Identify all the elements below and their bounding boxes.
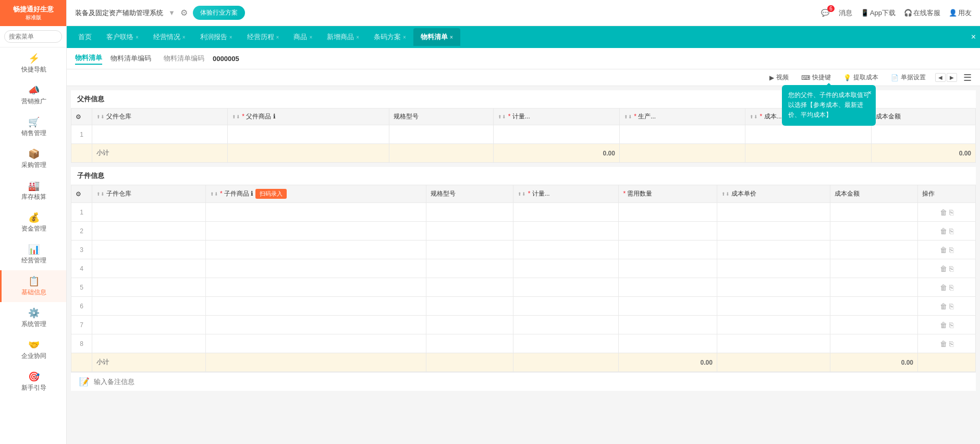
child-cell-cost-amount[interactable] <box>830 203 918 222</box>
child-cell-product[interactable] <box>205 334 426 353</box>
single-setting-btn[interactable]: 📄 单据设置 <box>888 71 929 83</box>
copy-icon[interactable]: ⎘ <box>949 227 953 235</box>
tab-close-1[interactable]: × <box>136 34 139 40</box>
tab-close-6[interactable]: × <box>356 34 359 40</box>
nav-tab-5[interactable]: 商品× <box>286 28 320 46</box>
parent-cell-cost-amount[interactable] <box>871 125 975 144</box>
parent-cell-warehouse[interactable] <box>92 125 228 144</box>
parent-cell-product[interactable] <box>227 125 389 144</box>
child-cell-spec[interactable] <box>426 203 513 222</box>
child-cell-cost-amount[interactable] <box>830 334 918 353</box>
view-btn[interactable]: ▶ 视频 <box>766 71 792 83</box>
sidebar-item-basic[interactable]: 📋基础信息 <box>0 270 66 302</box>
child-cell-unit[interactable] <box>513 334 619 353</box>
copy-icon[interactable]: ⎘ <box>949 208 953 217</box>
user-item[interactable]: 👤 用友 <box>949 8 972 18</box>
trial-button[interactable]: 体验行业方案 <box>193 6 245 20</box>
child-cell-product[interactable] <box>205 222 426 241</box>
extract-cost-btn[interactable]: 💡 提取成本 <box>840 71 881 83</box>
child-cell-qty[interactable] <box>619 259 717 278</box>
delete-icon[interactable]: 🗑 <box>940 321 947 329</box>
child-cell-unit[interactable] <box>513 203 619 222</box>
child-cell-spec[interactable] <box>426 278 513 297</box>
child-cell-unit-cost[interactable] <box>717 222 830 241</box>
delete-icon[interactable]: 🗑 <box>940 246 947 254</box>
child-cell-cost-amount[interactable] <box>830 316 918 334</box>
child-cell-unit-cost[interactable] <box>717 241 830 259</box>
copy-icon[interactable]: ⎘ <box>949 340 953 348</box>
child-cell-warehouse[interactable] <box>92 297 206 316</box>
delete-icon[interactable]: 🗑 <box>940 265 947 273</box>
copy-icon[interactable]: ⎘ <box>949 302 953 310</box>
child-cell-unit[interactable] <box>513 316 619 334</box>
nav-tab-8[interactable]: 物料清单× <box>413 28 460 46</box>
online-service-item[interactable]: 🎧 在线客服 <box>904 8 940 18</box>
tab-close-5[interactable]: × <box>309 34 312 40</box>
tab-close-4[interactable]: × <box>276 34 279 40</box>
child-cell-qty[interactable] <box>619 278 717 297</box>
menu-icon[interactable]: ☰ <box>963 72 972 83</box>
sidebar-item-quick-nav[interactable]: ⚡快捷导航 <box>0 47 66 79</box>
child-cell-product[interactable] <box>205 297 426 316</box>
prev-arrow[interactable]: ◀ <box>935 73 946 82</box>
child-cell-cost-amount[interactable] <box>830 278 918 297</box>
parent-cell-cost[interactable] <box>745 125 871 144</box>
nav-tab-1[interactable]: 客户联络× <box>99 28 146 46</box>
child-cell-product[interactable] <box>205 316 426 334</box>
nav-tab-0[interactable]: 首页 <box>71 28 99 46</box>
next-arrow[interactable]: ▶ <box>947 73 957 82</box>
message-item[interactable]: 💬 6 消息 <box>821 8 852 18</box>
child-cell-unit[interactable] <box>513 297 619 316</box>
tooltip-close-btn[interactable]: × <box>868 88 872 98</box>
parent-cell-spec[interactable] <box>389 125 494 144</box>
sidebar-item-cooperation[interactable]: 🤝企业协同 <box>0 334 66 366</box>
nav-tab-4[interactable]: 经营历程× <box>240 28 287 46</box>
child-cell-cost-amount[interactable] <box>830 297 918 316</box>
child-cell-unit[interactable] <box>513 259 619 278</box>
child-cell-cost-amount[interactable] <box>830 222 918 241</box>
sidebar-item-system[interactable]: ⚙️系统管理 <box>0 302 66 334</box>
child-cell-product[interactable] <box>205 278 426 297</box>
child-cell-unit-cost[interactable] <box>717 297 830 316</box>
tab-close-8[interactable]: × <box>450 34 453 40</box>
child-cell-qty[interactable] <box>619 297 717 316</box>
tab-close-3[interactable]: × <box>229 34 232 40</box>
delete-icon[interactable]: 🗑 <box>940 302 947 310</box>
child-cell-spec[interactable] <box>426 334 513 353</box>
child-cell-qty[interactable] <box>619 316 717 334</box>
delete-icon[interactable]: 🗑 <box>940 227 947 235</box>
child-cell-warehouse[interactable] <box>92 316 206 334</box>
copy-icon[interactable]: ⎘ <box>949 321 953 329</box>
sidebar-item-operation[interactable]: 📊经营管理 <box>0 238 66 270</box>
sidebar-item-marketing[interactable]: 📣营销推广 <box>0 79 66 111</box>
child-cell-product[interactable] <box>205 241 426 259</box>
child-cell-spec[interactable] <box>426 316 513 334</box>
child-cell-unit[interactable] <box>513 241 619 259</box>
sidebar-item-purchase[interactable]: 📦采购管理 <box>0 143 66 175</box>
delete-icon[interactable]: 🗑 <box>940 208 947 217</box>
nav-tab-2[interactable]: 经营情况× <box>146 28 193 46</box>
child-cell-cost-amount[interactable] <box>830 259 918 278</box>
tab-close-2[interactable]: × <box>182 34 186 40</box>
child-cell-spec[interactable] <box>426 297 513 316</box>
child-cell-unit-cost[interactable] <box>717 334 830 353</box>
tab-close-7[interactable]: × <box>403 34 406 40</box>
scan-input-btn[interactable]: 扫码录入 <box>255 189 287 199</box>
nav-tab-6[interactable]: 新增商品× <box>320 28 366 46</box>
copy-icon[interactable]: ⎘ <box>949 283 953 292</box>
child-cell-warehouse[interactable] <box>92 203 206 222</box>
child-cell-unit-cost[interactable] <box>717 259 830 278</box>
sidebar-item-finance[interactable]: 💰资金管理 <box>0 207 66 238</box>
child-cell-warehouse[interactable] <box>92 334 206 353</box>
search-input[interactable] <box>4 30 62 43</box>
nav-tab-7[interactable]: 条码方案× <box>366 28 413 46</box>
child-cell-qty[interactable] <box>619 203 717 222</box>
parent-cell-unit[interactable] <box>494 125 619 144</box>
child-cell-qty[interactable] <box>619 241 717 259</box>
parent-cell-produce[interactable] <box>619 125 745 144</box>
child-cell-warehouse[interactable] <box>92 259 206 278</box>
copy-icon[interactable]: ⎘ <box>949 246 953 254</box>
child-cell-unit-cost[interactable] <box>717 203 830 222</box>
close-all-tabs[interactable]: × <box>971 32 976 42</box>
sidebar-item-guide[interactable]: 🎯新手引导 <box>0 366 66 398</box>
